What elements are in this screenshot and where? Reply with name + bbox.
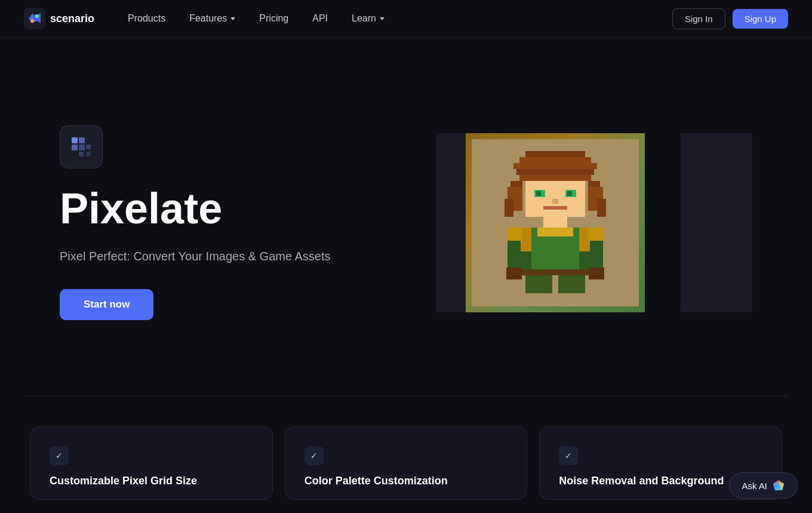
- ai-gem-icon: [772, 479, 785, 492]
- svg-rect-35: [505, 199, 513, 217]
- hero-image-container: [436, 133, 752, 312]
- svg-rect-43: [589, 268, 604, 279]
- image-panel-right: [681, 133, 752, 312]
- logo-link[interactable]: scenario: [24, 8, 94, 29]
- signup-button[interactable]: Sign Up: [733, 9, 788, 29]
- hero-title: Pixelate: [60, 185, 331, 232]
- feature-check-icon-1: ✓: [304, 446, 324, 465]
- svg-rect-8: [79, 152, 84, 156]
- svg-rect-21: [536, 191, 541, 196]
- pixelate-icon-svg: [69, 135, 93, 159]
- nav-item-api[interactable]: API: [303, 8, 337, 29]
- nav-links: Products Features Pricing API: [118, 8, 394, 29]
- features-section: ✓ Customizable Pixel Grid Size ✓ Color P…: [0, 397, 812, 506]
- chevron-down-icon: [230, 17, 235, 20]
- nav-link-learn[interactable]: Learn: [342, 8, 394, 29]
- svg-rect-4: [79, 137, 85, 143]
- brand-name: scenario: [50, 13, 94, 25]
- ask-ai-label: Ask AI: [742, 481, 767, 491]
- image-panel-left: [436, 133, 469, 312]
- svg-rect-13: [513, 163, 597, 169]
- chevron-down-icon: [380, 17, 385, 20]
- svg-rect-6: [79, 145, 85, 150]
- svg-rect-12: [519, 157, 591, 163]
- svg-rect-40: [508, 241, 521, 271]
- nav-item-pricing[interactable]: Pricing: [250, 8, 298, 29]
- hero-content: Pixelate Pixel Perfect: Convert Your Ima…: [60, 125, 331, 320]
- svg-rect-24: [543, 206, 567, 210]
- svg-rect-38: [508, 228, 522, 242]
- svg-rect-41: [590, 241, 603, 271]
- nav-link-features[interactable]: Features: [180, 8, 245, 29]
- image-panel-center: [466, 133, 645, 312]
- feature-card-1: ✓ Color Palette Customization: [285, 426, 528, 500]
- feature-check-icon-0: ✓: [50, 446, 69, 465]
- hero-image-area: [436, 133, 752, 312]
- svg-rect-9: [86, 152, 91, 156]
- svg-rect-37: [597, 199, 606, 217]
- svg-rect-3: [72, 137, 78, 143]
- svg-rect-7: [86, 145, 91, 149]
- svg-rect-31: [519, 269, 591, 275]
- svg-rect-33: [558, 275, 585, 293]
- svg-rect-42: [506, 268, 522, 279]
- hero-subtitle: Pixel Perfect: Convert Your Images & Gam…: [60, 247, 331, 265]
- nav-right: Sign In Sign Up: [672, 8, 788, 29]
- svg-rect-15: [519, 175, 591, 181]
- svg-rect-30: [537, 228, 573, 236]
- feature-card-0: ✓ Customizable Pixel Grid Size: [30, 426, 273, 500]
- svg-rect-11: [525, 151, 585, 157]
- hero-section: Pixelate Pixel Perfect: Convert Your Ima…: [0, 38, 812, 396]
- feature-check-icon-2: ✓: [559, 446, 578, 465]
- nav-link-products[interactable]: Products: [118, 8, 175, 29]
- feature-title-1: Color Palette Customization: [304, 475, 508, 487]
- signin-button[interactable]: Sign In: [672, 8, 725, 29]
- svg-rect-32: [525, 275, 552, 293]
- svg-rect-22: [567, 191, 572, 196]
- navbar: scenario Products Features Pricing: [0, 0, 812, 38]
- svg-point-2: [35, 14, 39, 18]
- start-now-button[interactable]: Start now: [60, 289, 153, 320]
- pixel-character-svg: [472, 139, 639, 306]
- nav-item-products[interactable]: Products: [118, 8, 175, 29]
- svg-rect-14: [516, 169, 594, 175]
- nav-item-features[interactable]: Features: [180, 8, 245, 29]
- logo-icon: [24, 8, 45, 29]
- nav-left: scenario Products Features Pricing: [24, 8, 394, 29]
- feature-title-0: Customizable Pixel Grid Size: [50, 475, 253, 487]
- nav-item-learn[interactable]: Learn: [342, 8, 394, 29]
- svg-rect-23: [552, 199, 558, 204]
- svg-point-1: [30, 19, 34, 23]
- svg-rect-5: [72, 145, 78, 150]
- product-icon: [60, 125, 103, 168]
- nav-link-api[interactable]: API: [303, 8, 337, 29]
- svg-rect-39: [588, 228, 603, 242]
- nav-link-pricing[interactable]: Pricing: [250, 8, 298, 29]
- svg-rect-25: [543, 217, 567, 229]
- ask-ai-button[interactable]: Ask AI: [729, 472, 798, 499]
